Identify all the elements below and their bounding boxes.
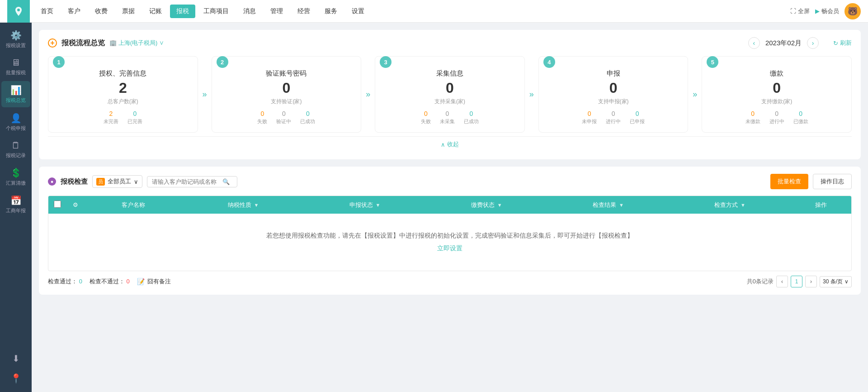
member-btn[interactable]: ▶ 畅会员	[815, 7, 839, 15]
sidebar-item-download[interactable]: ⬇	[1, 349, 30, 368]
step-3-number: 3	[380, 56, 392, 68]
batch-tax-icon: 🖥	[11, 57, 20, 68]
step-4-main-label: 支持申报(家)	[598, 98, 629, 105]
step-3-sub-1-label: 未采集	[440, 118, 455, 125]
nav-invoice[interactable]: 票据	[116, 5, 141, 18]
nav-service[interactable]: 服务	[318, 5, 344, 18]
th-checkbox	[48, 196, 66, 214]
sidebar-item-personal-declare[interactable]: 👤 个税申报	[1, 109, 30, 135]
current-page: 1	[791, 276, 802, 287]
add-overview-icon[interactable]: +	[48, 38, 57, 48]
overview-header: + 报税流程总览 🏢 上海(电子税局) ∨ ‹ 2023年02月 › ↻ 刷新	[48, 37, 852, 49]
step-1-card: 1 授权、完善信息 2 总客户数(家) 2 未完善 0 已完善	[48, 56, 198, 133]
step-5-sub-row: 0 未缴款 0 进行中 0 已缴款	[745, 110, 808, 125]
arrow-4-5: »	[688, 56, 702, 133]
nav-business[interactable]: 工商项目	[197, 5, 235, 18]
step-3-sub-2: 0 已成功	[464, 110, 479, 125]
table-footer: 检查通过： 0 检查不通过： 0 📝 囧有备注 共0条记录 ‹ 1 › 30 条…	[48, 271, 852, 287]
sidebar-item-tax-settings[interactable]: ⚙️ 报税设置	[1, 26, 30, 52]
step-4-sub-2-num: 0	[636, 110, 639, 117]
prev-page-btn[interactable]: ‹	[776, 276, 788, 287]
check-method-filter-icon[interactable]: ▼	[741, 202, 745, 208]
setup-link[interactable]: 立即设置	[57, 244, 842, 253]
nav-tax[interactable]: 报税	[170, 5, 195, 18]
fail-count[interactable]: 0	[126, 278, 129, 285]
step-3-sub-1: 0 未采集	[440, 110, 455, 125]
refresh-btn[interactable]: ↻ 刷新	[833, 39, 852, 47]
search-input[interactable]	[152, 178, 220, 185]
overview-title: 报税流程总览	[61, 38, 105, 48]
pass-count[interactable]: 0	[79, 278, 82, 285]
nav-client[interactable]: 客户	[61, 5, 87, 18]
declare-status-filter-icon[interactable]: ▼	[376, 202, 381, 208]
settings-gear-icon[interactable]: ⚙	[73, 201, 78, 208]
employee-selector[interactable]: 员 全部员工 ∨	[92, 175, 142, 188]
personal-declare-icon: 👤	[10, 113, 22, 124]
step-3-main-num: 0	[446, 81, 454, 95]
sidebar-item-label-settlement: 汇算清缴	[6, 180, 26, 186]
step-2-sub-0-num: 0	[260, 110, 264, 117]
step-5-sub-1-num: 0	[775, 110, 778, 117]
payment-status-filter-icon[interactable]: ▼	[497, 202, 502, 208]
sidebar-item-settlement[interactable]: 💲 汇算清缴	[1, 164, 30, 190]
sidebar-item-annual-report[interactable]: 📅 工商年报	[1, 191, 30, 217]
sidebar-item-tax-overview[interactable]: 📊 报税总览	[1, 81, 30, 107]
step-1-sub-0-num: 2	[109, 110, 113, 117]
search-icon[interactable]: 🔍	[222, 178, 230, 185]
next-page-btn[interactable]: ›	[805, 276, 817, 287]
sidebar-item-location[interactable]: 📍	[1, 369, 30, 387]
step-3-main-label: 支持采集(家)	[434, 98, 465, 105]
check-section: ● 报税检查 员 全部员工 ∨ 🔍 批量检查 操作日志	[39, 167, 861, 295]
tax-nature-filter-icon[interactable]: ▼	[254, 202, 259, 208]
collapse-bar[interactable]: ∧ 收起	[48, 136, 852, 152]
nav-items: 首页 客户 收费 票据 记账 报税 工商项目 消息 管理 经营 服务 设置	[34, 5, 790, 18]
batch-check-btn[interactable]: 批量检查	[770, 174, 808, 189]
step-2-sub-2-label: 已成功	[300, 118, 315, 125]
table-header-row: ⚙ 客户名称 纳税性质 ▼ 申报状态 ▼	[48, 196, 851, 214]
sidebar-item-label-personal: 个税申报	[6, 125, 26, 131]
step-5-sub-0-label: 未缴款	[745, 118, 760, 125]
check-result-filter-icon[interactable]: ▼	[619, 202, 624, 208]
step-4-sub-0-label: 未申报	[582, 118, 597, 125]
step-3-title: 采集信息	[436, 69, 463, 78]
sidebar-item-label-tax-settings: 报税设置	[6, 43, 26, 48]
step-3-sub-1-num: 0	[446, 110, 449, 117]
step-4-sub-1: 0 进行中	[606, 110, 621, 125]
tax-overview-icon: 📊	[10, 85, 22, 96]
fullscreen-label: 全屏	[798, 7, 810, 15]
fullscreen-btn[interactable]: ⛶ 全屏	[790, 7, 810, 15]
nav-home[interactable]: 首页	[34, 5, 60, 18]
arrow-3-4: »	[525, 56, 538, 133]
next-month-btn[interactable]: ›	[807, 37, 819, 49]
nav-accounting[interactable]: 记账	[143, 5, 168, 18]
avatar[interactable]: 🐻	[844, 3, 861, 19]
th-operation: 操作	[791, 196, 851, 214]
data-table: ⚙ 客户名称 纳税性质 ▼ 申报状态 ▼	[48, 196, 851, 214]
table-container: ⚙ 客户名称 纳税性质 ▼ 申报状态 ▼	[48, 196, 852, 271]
operation-log-btn[interactable]: 操作日志	[813, 174, 852, 189]
per-page-selector[interactable]: 30 条/页 ∨	[820, 276, 852, 287]
step-4-sub-0-num: 0	[588, 110, 591, 117]
nav-message[interactable]: 消息	[237, 5, 262, 18]
per-page-label: 30 条/页	[823, 278, 843, 286]
step-5-title: 缴款	[770, 69, 783, 78]
select-all-checkbox[interactable]	[54, 201, 61, 208]
fail-label: 检查不通过：	[90, 278, 125, 285]
step-4-main-num: 0	[609, 81, 618, 95]
employee-icon: 员	[96, 178, 105, 186]
nav-operation[interactable]: 经营	[291, 5, 316, 18]
nav-settings[interactable]: 设置	[345, 5, 371, 18]
sidebar-item-batch-tax[interactable]: 🖥 批量报税	[1, 54, 30, 79]
nav-right: ⛶ 全屏 ▶ 畅会员 🐻	[790, 3, 861, 19]
sidebar-item-tax-record[interactable]: 🗒 报税记录	[1, 137, 30, 162]
location-selector[interactable]: 🏢 上海(电子税局) ∨	[109, 39, 164, 47]
note-indicator: 📝 囧有备注	[137, 277, 171, 286]
step-1-sub-1-num: 0	[133, 110, 137, 117]
step-2-sub-0-label: 失败	[257, 118, 267, 125]
step-4-number: 4	[543, 56, 555, 68]
step-5-main-num: 0	[773, 81, 781, 95]
prev-month-btn[interactable]: ‹	[748, 37, 760, 49]
nav-management[interactable]: 管理	[264, 5, 289, 18]
step-3-sub-2-label: 已成功	[464, 118, 479, 125]
nav-fee[interactable]: 收费	[89, 5, 114, 18]
